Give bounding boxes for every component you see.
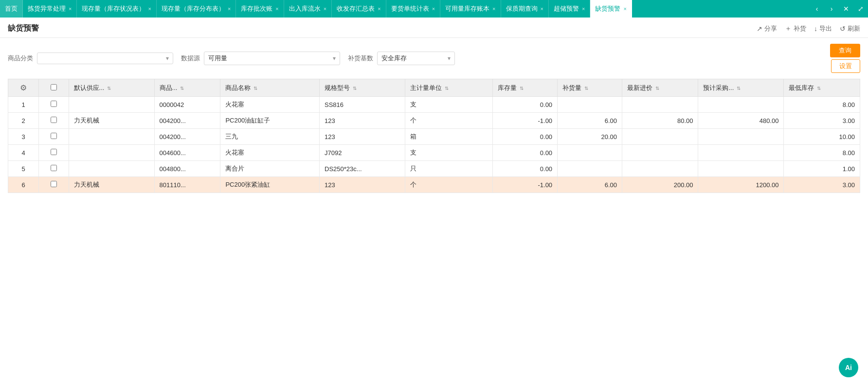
replenish-base-select[interactable]: 安全库存 ▾ xyxy=(377,52,455,65)
query-button[interactable]: 查询 xyxy=(830,44,860,57)
row-min-stock-1: 3.00 xyxy=(784,113,860,129)
row-goods-code-5: 801110... xyxy=(154,177,220,193)
replenish-base-label: 补货基数 xyxy=(348,54,373,63)
row-checkbox-1 xyxy=(39,113,69,129)
row-unit-2: 箱 xyxy=(405,129,493,145)
share-button[interactable]: ↗ 分享 xyxy=(757,24,777,33)
row-goods-name-2: 三九 xyxy=(220,129,320,145)
row-spec-4: DS250*23c... xyxy=(320,161,405,177)
close-tab-summary[interactable]: × xyxy=(378,6,380,12)
column-gear: ⚙ xyxy=(8,79,39,97)
close-tab-expiry[interactable]: × xyxy=(541,6,543,12)
settings-button[interactable]: 设置 xyxy=(831,59,860,73)
row-select-2[interactable] xyxy=(51,133,57,139)
close-tab-batch[interactable]: × xyxy=(275,6,278,12)
row-latest-price-4 xyxy=(622,161,698,177)
row-select-4[interactable] xyxy=(51,165,57,171)
row-supplier-3 xyxy=(69,145,154,161)
nav-tab-inventory-dist[interactable]: 现存量（库存分布表） × xyxy=(157,0,236,18)
row-supplier-1: 力天机械 xyxy=(69,113,154,129)
goods-code-sort-icon[interactable]: ⇅ xyxy=(180,86,184,91)
close-tab-requisition[interactable]: × xyxy=(432,6,435,12)
row-select-5[interactable] xyxy=(51,181,57,187)
supplier-sort-icon[interactable]: ⇅ xyxy=(107,86,111,91)
row-select-1[interactable] xyxy=(51,117,57,123)
datasource-filter-group: 数据源 可用量 ▾ xyxy=(181,52,340,65)
stock-sort-icon[interactable]: ⇅ xyxy=(520,86,524,91)
row-gear-3: 4 xyxy=(8,145,39,161)
datasource-chevron-icon: ▾ xyxy=(333,55,336,62)
row-latest-price-0 xyxy=(622,97,698,113)
row-supplier-4 xyxy=(69,161,154,177)
row-estimated-purchase-3 xyxy=(698,145,784,161)
replenish-icon: ＋ xyxy=(785,24,792,33)
nav-tab-expiry[interactable]: 保质期查询 × xyxy=(501,0,549,18)
column-select-all xyxy=(39,79,69,97)
select-all-checkbox[interactable] xyxy=(51,84,57,90)
nav-tab-overstock[interactable]: 超储预警 × xyxy=(549,0,590,18)
nav-close[interactable]: ✕ xyxy=(839,0,853,18)
row-spec-3: J7092 xyxy=(320,145,405,161)
category-filter-group: 商品分类 ▾ xyxy=(8,53,173,64)
replenish-sort-icon[interactable]: ⇅ xyxy=(584,86,588,91)
table-row[interactable]: 3 004200... 三九 123 箱 0.00 20.00 10.00 xyxy=(8,129,860,145)
row-select-3[interactable] xyxy=(51,149,57,155)
column-spec: 规格型号 ⇅ xyxy=(320,79,405,97)
column-goods-code: 商品... ⇅ xyxy=(154,79,220,97)
goods-name-sort-icon[interactable]: ⇅ xyxy=(253,86,257,91)
row-spec-0: SS816 xyxy=(320,97,405,113)
row-checkbox-4 xyxy=(39,161,69,177)
nav-tab-home[interactable]: 首页 xyxy=(0,0,23,18)
close-tab-overstock[interactable]: × xyxy=(582,6,585,12)
close-tab-inout[interactable]: × xyxy=(324,6,326,12)
row-gear-5: 6 xyxy=(8,177,39,193)
spec-sort-icon[interactable]: ⇅ xyxy=(353,86,357,91)
nav-scroll-left[interactable]: ‹ xyxy=(810,0,824,18)
refresh-button[interactable]: ↺ 刷新 xyxy=(840,24,860,33)
nav-tab-requisition[interactable]: 要货单统计表 × xyxy=(386,0,440,18)
close-tab-inventory-status[interactable]: × xyxy=(148,6,151,12)
table-row[interactable]: 4 004600... 火花塞 J7092 支 0.00 8.00 xyxy=(8,145,860,161)
row-select-0[interactable] xyxy=(51,101,57,107)
replenish-button[interactable]: ＋ 补货 xyxy=(785,24,806,33)
header-actions: ↗ 分享 ＋ 补货 ↓ 导出 ↺ 刷新 xyxy=(757,24,860,33)
nav-tab-shortage[interactable]: 缺货预警 × xyxy=(590,0,632,18)
row-supplier-5: 力天机械 xyxy=(69,177,154,193)
category-select[interactable]: ▾ xyxy=(37,53,173,64)
row-gear-4: 5 xyxy=(8,161,39,177)
datasource-select[interactable]: 可用量 ▾ xyxy=(204,52,340,65)
nav-scroll-right[interactable]: › xyxy=(824,0,839,18)
row-min-stock-3: 8.00 xyxy=(784,145,860,161)
nav-expand[interactable]: ⤢ xyxy=(853,0,868,18)
nav-tab-inout[interactable]: 出入库流水 × xyxy=(284,0,332,18)
table-row[interactable]: 2 力天机械 004200... PC200油缸缸子 123 个 -1.00 6… xyxy=(8,113,860,129)
row-replenish-2: 20.00 xyxy=(558,129,622,145)
column-estimated-purchase: 预计采购... ⇅ xyxy=(698,79,784,97)
nav-tab-available[interactable]: 可用量库存账本 × xyxy=(440,0,501,18)
row-unit-0: 支 xyxy=(405,97,493,113)
row-checkbox-5 xyxy=(39,177,69,193)
latest-price-sort-icon[interactable]: ⇅ xyxy=(655,86,659,91)
column-latest-price: 最新进价 ⇅ xyxy=(622,79,698,97)
close-tab-shortage[interactable]: × xyxy=(623,6,626,12)
close-tab-available[interactable]: × xyxy=(492,6,495,12)
row-stock-4: 0.00 xyxy=(493,161,558,177)
nav-tab-summary[interactable]: 收发存汇总表 × xyxy=(332,0,386,18)
nav-tab-batch[interactable]: 库存批次账 × xyxy=(236,0,284,18)
table-row[interactable]: 5 004800... 离合片 DS250*23c... 只 0.00 1.00 xyxy=(8,161,860,177)
gear-icon[interactable]: ⚙ xyxy=(13,83,34,92)
table-row[interactable]: 1 0000042 火花塞 SS816 支 0.00 8.00 xyxy=(8,97,860,113)
estimated-purchase-sort-icon[interactable]: ⇅ xyxy=(737,86,741,91)
export-button[interactable]: ↓ 导出 xyxy=(814,24,832,33)
nav-tab-inventory-status[interactable]: 现存量（库存状况表） × xyxy=(77,0,156,18)
user-avatar[interactable]: Ai xyxy=(839,358,858,377)
min-stock-sort-icon[interactable]: ⇅ xyxy=(817,86,821,91)
unit-sort-icon[interactable]: ⇅ xyxy=(445,86,449,91)
share-icon: ↗ xyxy=(757,25,762,33)
nav-tab-pick-exception[interactable]: 拣货异常处理 × xyxy=(23,0,77,18)
close-tab-inventory-dist[interactable]: × xyxy=(228,6,231,12)
row-goods-code-0: 0000042 xyxy=(154,97,220,113)
row-goods-code-1: 004200... xyxy=(154,113,220,129)
table-row[interactable]: 6 力天机械 801110... PC200张紧油缸 123 个 -1.00 6… xyxy=(8,177,860,193)
close-tab-pick-exception[interactable]: × xyxy=(69,6,72,12)
